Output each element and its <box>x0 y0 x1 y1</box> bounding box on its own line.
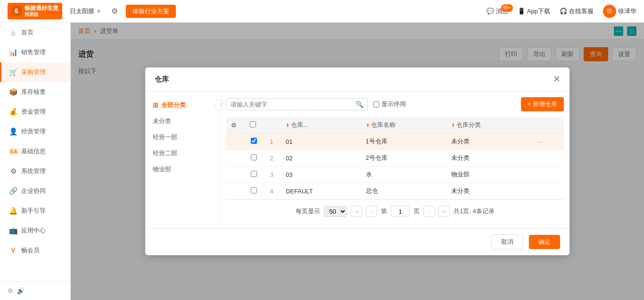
modal-sidebar-item-property[interactable]: 物业部 <box>145 161 220 177</box>
table-row: 4 DEFAULT 总仓 未分类 <box>226 183 564 200</box>
col-header-category: ⬆ 仓库分类 <box>446 117 532 133</box>
username: 徐泽华 <box>618 7 636 16</box>
add-warehouse-button[interactable]: + 新增仓库 <box>521 97 564 111</box>
table-row: 2 02 2号仓库 未分类 <box>226 150 564 167</box>
store-selector[interactable]: 日太阳膜 ▼ <box>70 7 101 16</box>
per-page-select[interactable]: 50 <box>324 206 347 217</box>
cancel-button[interactable]: 取消 <box>491 234 523 250</box>
modal-main: 🔍 显示停用 + 新增仓库 <box>221 92 570 228</box>
modal-sidebar-item-dept2[interactable]: 经营二部 <box>145 145 220 161</box>
row-code: 01 <box>281 133 361 150</box>
logo-title: 畅捷通好生意 精易版 <box>25 5 58 17</box>
select-all-checkbox[interactable] <box>250 121 256 127</box>
sidebar-item-label: 企业协同 <box>21 187 46 195</box>
sidebar-item-label: 经营管理 <box>21 127 46 136</box>
message-badge: 99+ <box>501 4 513 12</box>
col-header-settings: ⚙ <box>226 117 245 133</box>
sidebar-item-label: 基础信息 <box>21 147 46 156</box>
modal-sidebar-header: ⊞ 全部分类 <box>145 97 220 113</box>
row-settings <box>226 167 245 183</box>
home-icon: ⌂ <box>9 29 17 37</box>
sidebar-item-enterprise[interactable]: 🔗 企业协同 <box>0 181 70 201</box>
logo-icon: 6 <box>11 6 22 16</box>
sidebar-item-home[interactable]: ⌂ 首页 <box>0 23 70 42</box>
modal-footer: 取消 确定 <box>145 228 570 255</box>
search-box[interactable]: 🔍 <box>226 98 368 110</box>
search-input[interactable] <box>231 101 355 108</box>
row-category: 未分类 <box>446 133 532 150</box>
sidebar-item-finance[interactable]: 💰 资金管理 <box>0 102 70 122</box>
sidebar-item-base-info[interactable]: EA 基础信息 <box>0 142 70 161</box>
row-checkbox[interactable] <box>251 138 257 144</box>
message-icon: 💬 <box>487 8 494 15</box>
modal-sidebar: ⊞ 全部分类 《 未分类 经营一部 经营二部 <box>145 92 221 228</box>
page-number-input[interactable] <box>391 206 410 217</box>
next-page-button[interactable]: › <box>423 206 435 217</box>
sidebar-item-system[interactable]: ⚙ 系统管理 <box>0 161 70 181</box>
row-category: 未分类 <box>446 150 532 167</box>
sidebar-item-guide[interactable]: 🔔 新手引导 <box>0 201 70 221</box>
sidebar: ⌂ 首页 📊 销售管理 🛒 采购管理 📦 库存核查 💰 资金管理 👤 经营管理 … <box>0 23 71 300</box>
col-header-action <box>532 117 564 133</box>
modal-sidebar-item-dept1[interactable]: 经营一部 <box>145 129 220 145</box>
row-checkbox[interactable] <box>251 154 257 160</box>
prev-page-button[interactable]: ‹ <box>366 206 377 217</box>
modal-overlay: 仓库 ✕ ⊞ 全部分类 《 未分类 <box>71 23 644 300</box>
base-info-icon: EA <box>9 148 17 155</box>
row-code: 03 <box>281 167 361 183</box>
row-number: 1 <box>262 133 281 150</box>
sidebar-item-membership[interactable]: V 畅会员 <box>0 241 70 260</box>
row-name: 2号仓库 <box>361 150 446 167</box>
row-checkbox[interactable] <box>251 171 257 177</box>
first-page-button[interactable]: ⊲ <box>351 206 362 217</box>
row-number: 4 <box>262 183 281 200</box>
main-content: 首页 › 进货单 — □ 进货 打印 导出 刷新 查询 设置 <box>71 23 644 300</box>
row-checkbox[interactable] <box>251 187 257 193</box>
topbar: 6 畅捷通好生意 精易版 日太阳膜 ▼ ⚙ 体验行业方案 💬 消息 99+ 📱 … <box>0 0 644 23</box>
row-name: 1号仓库 <box>361 133 446 150</box>
sidebar-item-operations[interactable]: 👤 经营管理 <box>0 122 70 142</box>
enterprise-icon: 🔗 <box>9 187 17 195</box>
user-menu[interactable]: 徐 徐泽华 <box>603 5 636 18</box>
show-disabled-checkbox-input[interactable] <box>373 101 380 108</box>
row-settings <box>226 150 245 167</box>
show-disabled-checkbox[interactable]: 显示停用 <box>373 100 406 108</box>
gear-icon: ⚙ <box>111 7 118 16</box>
app-icon: 📱 <box>518 8 525 15</box>
confirm-button[interactable]: 确定 <box>529 235 560 249</box>
modal-sidebar-title: 全部分类 <box>161 101 186 109</box>
sidebar-item-label: 新手引导 <box>21 207 46 215</box>
close-icon[interactable]: ✕ <box>553 74 560 84</box>
sidebar-item-purchase[interactable]: 🛒 采购管理 <box>0 62 70 82</box>
messages-button[interactable]: 💬 消息 99+ <box>487 7 508 16</box>
settings-button[interactable]: ⚙ <box>107 4 122 19</box>
modal-sidebar-item-unclassified[interactable]: 未分类 <box>145 113 220 129</box>
trial-button[interactable]: 体验行业方案 <box>126 5 176 18</box>
online-service-button[interactable]: 🎧 在线客服 <box>560 7 594 16</box>
table-row: 1 01 1号仓库 未分类 ··· <box>226 133 564 150</box>
pagination: 每页显示 50 ⊲ ‹ 第 页 › ⊳ 共1页, 4条记录 <box>226 200 564 223</box>
last-page-button[interactable]: ⊳ <box>438 206 450 217</box>
page-label: 页 <box>413 207 420 216</box>
sidebar-item-inventory[interactable]: 📦 库存核查 <box>0 82 70 102</box>
sidebar-toggle-button[interactable]: 《 <box>215 99 226 110</box>
row-number: 2 <box>262 150 281 167</box>
per-page-label: 每页显示 <box>296 207 320 216</box>
app-center-icon: 📺 <box>9 226 17 235</box>
sidebar-item-label: 库存核查 <box>21 88 46 96</box>
volume-icon[interactable]: 🔊 <box>17 287 25 294</box>
row-name: 总仓 <box>361 183 446 200</box>
settings-small-icon[interactable]: ⚙ <box>8 287 13 294</box>
col-header-name: ⬆ 仓库名称 <box>361 117 446 133</box>
app-download-button[interactable]: 📱 App下载 <box>518 7 550 16</box>
sales-icon: 📊 <box>9 48 17 57</box>
row-category: 未分类 <box>446 183 532 200</box>
logo: 6 畅捷通好生意 精易版 <box>8 3 62 19</box>
table-header-row: ⚙ ⬆ 仓库... <box>226 117 564 133</box>
col-header-check <box>245 117 262 133</box>
sidebar-item-sales[interactable]: 📊 销售管理 <box>0 42 70 62</box>
col-header-num <box>262 117 281 133</box>
sidebar-item-app-center[interactable]: 📺 应用中心 <box>0 221 70 241</box>
row-more[interactable]: ··· <box>532 133 564 150</box>
table-container: ⚙ ⬆ 仓库... <box>226 117 564 200</box>
